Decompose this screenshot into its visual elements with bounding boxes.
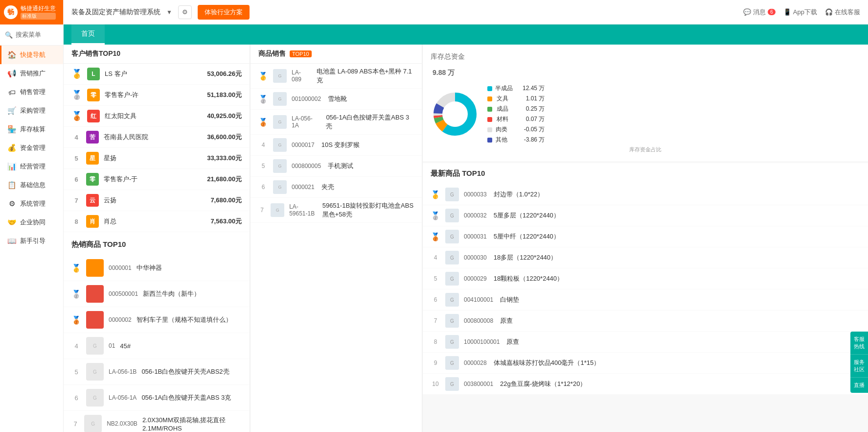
rank-name: 肖总 (104, 217, 206, 226)
sidebar-item-9[interactable]: 🤝企业协同 (0, 213, 63, 232)
rank-avatar: 云 (86, 194, 99, 207)
top-prod-rank: 4 (258, 142, 268, 148)
rank-amount: 51,183.00元 (207, 91, 242, 99)
hot-rank-num: 7 (71, 420, 79, 428)
rank-name: LS 客户 (105, 70, 202, 78)
logo-app-name: 畅捷通好生意 (21, 5, 56, 13)
service-live-button[interactable]: 直播 (850, 378, 868, 393)
sidebar-item-7[interactable]: 📋基础信息 (0, 176, 63, 194)
latest-img: G (445, 230, 459, 243)
sidebar: 畅 畅捷通好生意 标准版 🔍 搜索菜单 🏠快捷导航📢营销推广🏷销售管理🛒采购管理… (0, 0, 64, 432)
top-prod-name: 夹壳 (321, 183, 334, 192)
sidebar-item-8[interactable]: ⚙系统管理 (0, 194, 63, 213)
top-product-item: 🥇GLA-089电池盖 LA-089 ABS本色+黑种 7.1克 (251, 64, 422, 89)
service-hotline-button[interactable]: 客服 热线 (850, 332, 868, 355)
sidebar-label-1: 营销推广 (20, 69, 46, 78)
search-menu-button[interactable]: 🔍 搜索菜单 (5, 28, 58, 41)
latest-img: G (445, 251, 459, 264)
message-label: 消息 (753, 8, 766, 17)
rank-amount: 7,563.00元 (210, 217, 242, 226)
rank-name: 云扬 (104, 196, 206, 205)
hot-thumb (86, 259, 104, 277)
online-service-button[interactable]: 🎧 在线客服 (825, 8, 860, 17)
sidebar-item-5[interactable]: 💰资金管理 (0, 139, 63, 157)
content-area: 客户销售TOP10 🥇 L LS 客户 53,006.26元 🥈 零 零售客户-… (64, 45, 868, 432)
legend-dot (487, 117, 492, 122)
dropdown-arrow[interactable]: ▼ (166, 9, 172, 16)
hot-code: LA-056-1A (109, 394, 137, 401)
latest-product-item: 6G004100001白钢垫 (423, 289, 868, 311)
tab-home[interactable]: 首页 (71, 24, 105, 45)
top-prod-name: 056-1A白色按键开关盖ABS 3壳 (326, 113, 414, 131)
search-icon: 🔍 (5, 31, 13, 39)
hot-rank-num: 5 (71, 368, 81, 376)
sidebar-item-0[interactable]: 🏠快捷导航 (0, 46, 63, 64)
sidebar-search-area[interactable]: 🔍 搜索菜单 (0, 24, 63, 46)
hot-name: 45# (120, 342, 131, 350)
top-prod-name: 电池盖 LA-089 ABS本色+黑种 7.1克 (317, 67, 414, 85)
hot-name: 2.0X30MM双插花轴,搓花直径2.1MM/ROHS (142, 416, 242, 432)
sidebar-icon-2: 🏷 (7, 88, 16, 96)
message-button[interactable]: 💬 消息 6 (743, 8, 776, 17)
panel-left: 客户销售TOP10 🥇 L LS 客户 53,006.26元 🥈 零 零售客户-… (64, 45, 250, 432)
settings-button[interactable]: ⚙ (178, 5, 192, 19)
top-prod-code: LA-089 (292, 69, 310, 83)
latest-rank: 8 (431, 338, 440, 345)
legend-label: 成品 (497, 105, 521, 113)
sidebar-item-6[interactable]: 📊经营管理 (0, 157, 63, 176)
donut-legend: 半成品12.45 万文具1.01 万成品0.25 万材料0.07 万肉类-0.0… (487, 84, 545, 144)
latest-product-item: 4G000003018多层（1220*2440） (423, 247, 868, 268)
latest-products-list: 🥇G0000033封边带（1.0*22）🥈G00000325厘多层（1220*2… (423, 184, 868, 395)
sidebar-item-4[interactable]: 🏪库存核算 (0, 120, 63, 139)
sidebar-item-3[interactable]: 🛒采购管理 (0, 101, 63, 120)
latest-name: 封边带（1.0*22） (494, 190, 544, 199)
message-badge: 6 (768, 9, 776, 15)
rank-name: 苍南县人民医院 (104, 133, 202, 142)
cta-button[interactable]: 体验行业方案 (198, 5, 250, 20)
hot-name: 智利车子里（规格不知道填什么） (137, 315, 232, 324)
rank-name: 零售客户-许 (105, 91, 202, 99)
latest-code: 0000033 (464, 191, 487, 198)
sidebar-icon-10: 📖 (7, 237, 16, 245)
hot-thumb (86, 311, 104, 329)
top-prod-img: G (273, 180, 287, 194)
hot-code: 0000002 (109, 316, 132, 323)
rank-item: 🥇 L LS 客户 53,006.26元 (64, 64, 250, 85)
customer-ranking-title: 客户销售TOP10 (71, 49, 120, 58)
top-prod-img: G (273, 69, 287, 83)
legend-label: 材料 (497, 115, 521, 123)
legend-dot (487, 96, 492, 101)
topbar-right: 💬 消息 6 📱 App下载 🎧 在线客服 (743, 8, 860, 17)
sidebar-item-2[interactable]: 🏷销售管理 (0, 83, 63, 101)
legend-dot (487, 86, 492, 91)
sidebar-label-2: 销售管理 (20, 88, 46, 96)
top-prod-img: G (273, 115, 287, 129)
top-product-item: 4G000001710S 变刹罗猴 (251, 135, 422, 156)
sidebar-item-10[interactable]: 📖新手引导 (0, 232, 63, 250)
legend-value: 12.45 万 (523, 84, 545, 93)
sidebar-item-1[interactable]: 📢营销推广 (0, 64, 63, 83)
legend-label: 肉类 (496, 125, 520, 134)
legend-label: 半成品 (495, 84, 520, 93)
top-prod-code: 001000002 (292, 96, 321, 102)
legend-dot (487, 138, 492, 143)
legend-value: 0.25 万 (526, 105, 545, 113)
top-prod-img: G (273, 159, 287, 173)
app-download-button[interactable]: 📱 App下载 (783, 8, 817, 17)
latest-code: 0000030 (464, 254, 487, 261)
hot-name: 056-1B白色按键开关壳ABS2壳 (141, 367, 229, 376)
hot-rank-num: 6 (71, 394, 81, 402)
hot-code: 01 (109, 342, 115, 349)
hot-name: 056-1A白色按键开关盖ABS 3克 (141, 393, 231, 402)
rank-amount: 7,680.00元 (210, 196, 242, 205)
service-community-button[interactable]: 服务 社区 (850, 355, 868, 378)
sidebar-label-9: 企业协同 (20, 218, 46, 227)
top-prod-img: G (271, 203, 284, 217)
logo-text-block: 畅捷通好生意 标准版 (21, 5, 56, 20)
sidebar-label-6: 经营管理 (20, 162, 46, 171)
rank-item: 🥉 红 红太阳文具 40,925.00元 (64, 106, 250, 127)
legend-item: 其他-3.86 万 (487, 136, 545, 144)
rank-avatar: 红 (87, 110, 100, 122)
app-download-label: App下载 (793, 8, 817, 17)
phone-icon: 📱 (783, 8, 791, 16)
